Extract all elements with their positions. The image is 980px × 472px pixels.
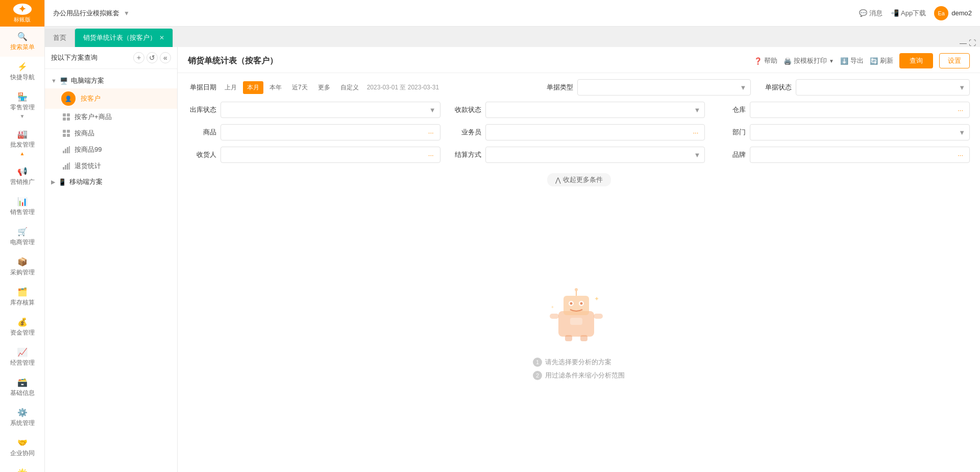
sidebar-item-search-label: 搜索菜单 [10, 43, 35, 52]
help-btn[interactable]: ❓ 帮助 [754, 56, 777, 65]
tab-actions: — ⛶ [955, 39, 980, 47]
tab-close-btn[interactable]: ✕ [159, 34, 164, 41]
by-customer-goods-label: 按客户+商品 [75, 112, 112, 122]
doc-status-select[interactable]: ▼ [796, 79, 970, 96]
warehouse-ellipsis[interactable]: ··· [955, 106, 965, 114]
goods-ellipsis[interactable]: ··· [426, 129, 436, 136]
collapse-more-btn[interactable]: ⋀ 收起更多条件 [547, 173, 611, 186]
consignee-ellipsis[interactable]: ··· [426, 151, 436, 159]
svg-point-20 [570, 302, 573, 304]
scheme-item-by-goods[interactable]: 按商品 [45, 125, 177, 141]
svg-rect-14 [67, 163, 68, 170]
svg-rect-0 [63, 113, 66, 116]
inventory-icon: 🗂️ [17, 287, 28, 297]
svg-rect-17 [564, 296, 589, 315]
filter-settle-method-item: 结算方式 ▼ [453, 147, 705, 163]
date-btn-last-7-days[interactable]: 近7天 [288, 81, 312, 94]
export-icon: ⬇️ [840, 57, 848, 65]
warehouse-input[interactable]: ··· [750, 102, 970, 118]
sidebar-item-marketing[interactable]: 📢 营销推广 [0, 161, 44, 192]
scheme-group-pc-header[interactable]: ▼ 🖥️ 电脑端方案 [45, 73, 177, 88]
dept-select[interactable]: ▼ [750, 124, 970, 140]
sidebar-item-quicknav-label: 快捷导航 [10, 73, 35, 82]
brand-input[interactable]: ··· [750, 147, 970, 163]
sidebar-item-enterprise[interactable]: 🤝 企业协同 [0, 433, 44, 463]
settle-method-arrow: ▼ [694, 151, 700, 159]
svg-rect-12 [63, 167, 64, 170]
sidebar-item-ecommerce[interactable]: 🛒 电商管理 [0, 222, 44, 252]
scheme-item-by-customer[interactable]: 👤 按客户 [45, 88, 177, 109]
svg-rect-27 [580, 335, 587, 341]
scheme-refresh-btn[interactable]: ↺ [146, 52, 158, 63]
user-profile[interactable]: Ea demo2 [934, 6, 972, 20]
print-btn[interactable]: 🖨️ 按模板打印 ▼ [783, 56, 834, 65]
tip-text-2: 用过滤条件来缩小分析范围 [545, 371, 625, 380]
receipt-status-select[interactable]: ▼ [485, 102, 705, 118]
date-btn-more[interactable]: 更多 [314, 81, 334, 94]
sidebar-item-wholesale[interactable]: 🏭 批发管理 ▲ [0, 124, 44, 161]
sidebar-item-newuser[interactable]: 🌟 新手引导 [0, 463, 44, 472]
tip-num-1: 1 [533, 358, 542, 367]
filter-doc-status-item: 单据状态 ▼ [763, 79, 970, 96]
tab-home[interactable]: 首页 [45, 29, 75, 47]
doc-type-arrow: ▼ [740, 84, 746, 91]
sidebar-item-finance[interactable]: 💰 资金管理 [0, 312, 44, 342]
tab-sales-stat[interactable]: 销货单统计表（按客户） ✕ [75, 29, 173, 47]
goods-input[interactable]: ··· [220, 124, 440, 140]
settings-button[interactable]: 设置 [939, 53, 970, 68]
header-dropdown-icon[interactable]: ▼ [124, 10, 130, 17]
sales-rep-input[interactable]: ··· [485, 124, 705, 140]
sidebar-item-inventory[interactable]: 🗂️ 库存核算 [0, 282, 44, 312]
export-btn[interactable]: ⬇️ 导出 [840, 56, 864, 65]
date-btn-custom[interactable]: 自定义 [336, 81, 363, 94]
scheme-item-by-customer-goods[interactable]: 按客户+商品 [45, 109, 177, 125]
active-indicator: 👤 [61, 91, 76, 106]
by-goods-icon [61, 128, 71, 138]
message-btn[interactable]: 💬 消息 [859, 9, 883, 18]
sidebar-item-marketing-label: 营销推广 [10, 178, 35, 186]
filter-date-item: 单据日期 上月 本月 本年 近7天 更多 自定义 2023-03-01 至 20… [188, 81, 532, 94]
sidebar: ✦ 标账版 🔍 搜索菜单 ⚡ 快捷导航 🏪 零售管理 ▼ 🏭 批发管理 ▲ 📢 … [0, 0, 45, 472]
print-label: 按模板打印 [794, 56, 827, 65]
sidebar-item-purchase[interactable]: 📦 采购管理 [0, 252, 44, 282]
tab-maximize-btn[interactable]: ⛶ [969, 39, 976, 47]
query-button[interactable]: 查询 [899, 53, 933, 68]
sidebar-item-search[interactable]: 🔍 搜索菜单 [0, 27, 44, 57]
out-status-select[interactable]: ▼ [220, 102, 440, 118]
refresh-label: 刷新 [880, 56, 893, 65]
scheme-item-by-goods-99[interactable]: 按商品99 [45, 141, 177, 158]
settle-method-select[interactable]: ▼ [485, 147, 705, 163]
svg-rect-25 [594, 314, 603, 319]
date-btn-this-month[interactable]: 本月 [243, 81, 263, 94]
sidebar-item-ecommerce-label: 电商管理 [10, 238, 35, 247]
sidebar-item-quicknav[interactable]: ⚡ 快捷导航 [0, 57, 44, 87]
out-status-label: 出库状态 [188, 105, 216, 114]
scheme-header-title: 按以下方案查询 [51, 53, 97, 62]
app-name: 标账版 [14, 16, 31, 23]
consignee-input[interactable]: ··· [220, 147, 440, 163]
search-icon: 🔍 [17, 32, 28, 41]
sidebar-nav: 🔍 搜索菜单 ⚡ 快捷导航 🏪 零售管理 ▼ 🏭 批发管理 ▲ 📢 营销推广 📊… [0, 27, 44, 472]
refresh-btn[interactable]: 🔄 刷新 [870, 56, 893, 65]
scheme-item-return-stat[interactable]: 退货统计 [45, 158, 177, 174]
scheme-collapse-btn[interactable]: « [160, 52, 171, 63]
svg-rect-9 [65, 149, 66, 153]
app-download-btn[interactable]: 📲 App下载 [891, 9, 926, 18]
empty-tips: 1 请先选择要分析的方案 2 用过滤条件来缩小分析范围 [533, 358, 625, 384]
scheme-group-mobile-header[interactable]: ▶ 📱 移动端方案 [45, 174, 177, 190]
sales-rep-label: 业务员 [453, 128, 481, 137]
date-btn-this-year[interactable]: 本年 [265, 81, 286, 94]
scheme-add-btn[interactable]: ＋ [133, 52, 144, 63]
tab-minimize-btn[interactable]: — [960, 39, 967, 47]
sidebar-item-system[interactable]: ⚙️ 系统管理 [0, 403, 44, 433]
sales-rep-ellipsis[interactable]: ··· [691, 129, 701, 136]
date-btn-last-month[interactable]: 上月 [220, 81, 241, 94]
brand-ellipsis[interactable]: ··· [955, 151, 965, 159]
sidebar-item-operations[interactable]: 📈 经营管理 [0, 342, 44, 372]
app-download-label: App下载 [901, 9, 926, 18]
return-stat-icon [61, 161, 71, 171]
doc-type-select[interactable]: ▼ [577, 79, 751, 96]
sidebar-item-retail[interactable]: 🏪 零售管理 ▼ [0, 87, 44, 124]
sidebar-item-sales[interactable]: 📊 销售管理 [0, 192, 44, 222]
sidebar-item-basics[interactable]: 🗃️ 基础信息 [0, 372, 44, 403]
